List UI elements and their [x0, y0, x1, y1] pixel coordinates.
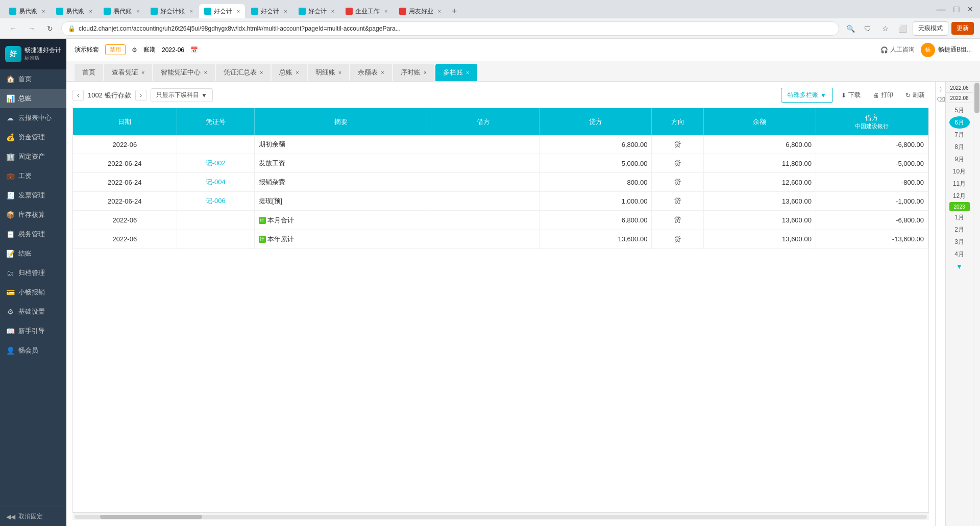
tab-close-3[interactable]: ×: [136, 8, 139, 14]
tab-7[interactable]: 好会计 ×: [293, 4, 339, 18]
tab-close-6[interactable]: ×: [284, 8, 287, 14]
month-item-5[interactable]: 5月: [949, 104, 970, 116]
voucher-link-2[interactable]: 记-004: [206, 178, 226, 186]
forward-button[interactable]: →: [24, 21, 39, 36]
new-tab-button[interactable]: +: [447, 4, 461, 18]
page-tab-close-journal[interactable]: ×: [424, 69, 427, 76]
tab-close-5[interactable]: ×: [237, 8, 240, 14]
month-item-7[interactable]: 7月: [949, 129, 970, 141]
h-scrollbar[interactable]: [72, 513, 929, 520]
download-button[interactable]: ⬇ 下载: [837, 88, 865, 102]
account-selector[interactable]: 1002 银行存款: [88, 91, 131, 100]
shield-icon[interactable]: 🛡: [861, 21, 875, 36]
page-tab-smart-voucher[interactable]: 智能凭证中心 ×: [153, 64, 214, 81]
page-tab-close-balance[interactable]: ×: [381, 69, 384, 76]
month-item-2023-4[interactable]: 4月: [949, 248, 970, 260]
sidebar-item-assets[interactable]: 🏢 固定资产: [0, 147, 66, 166]
close-button[interactable]: ×: [964, 4, 976, 15]
sidebar-item-settings[interactable]: ⚙ 基础设置: [0, 302, 66, 321]
minimize-button[interactable]: —: [934, 4, 949, 15]
tab-2[interactable]: 易代账 ×: [51, 4, 97, 18]
prev-account-button[interactable]: ‹: [72, 90, 84, 101]
update-button[interactable]: 更新: [951, 22, 974, 35]
tab-6[interactable]: 好会计 ×: [246, 4, 292, 18]
month-item-9[interactable]: 9月: [949, 153, 970, 165]
sidebar-item-member[interactable]: 👤 畅会员: [0, 341, 66, 360]
print-button[interactable]: 🖨 打印: [869, 88, 897, 102]
page-tab-multi-col[interactable]: 多栏账 ×: [435, 64, 477, 81]
sidebar-item-salary[interactable]: 💼 工资: [0, 166, 66, 186]
page-tab-voucher[interactable]: 查看凭证 ×: [104, 64, 152, 81]
page-tab-close-voucher-summary[interactable]: ×: [260, 69, 263, 76]
voucher-link-3[interactable]: 记-006: [206, 197, 226, 205]
month-item-12[interactable]: 12月: [949, 190, 970, 202]
star-icon[interactable]: ☆: [878, 21, 892, 36]
tab-close-2[interactable]: ×: [89, 8, 92, 14]
back-button[interactable]: ←: [6, 21, 20, 36]
sidebar-item-capital[interactable]: 💰 资金管理: [0, 128, 66, 147]
month-item-8[interactable]: 8月: [949, 141, 970, 153]
settings-gear-icon[interactable]: ⚙: [132, 46, 137, 54]
consult-button[interactable]: 🎧 人工咨询: [880, 45, 915, 54]
maximize-button[interactable]: □: [951, 4, 963, 15]
no-trace-button[interactable]: 无痕模式: [913, 21, 948, 36]
next-account-button[interactable]: ›: [135, 90, 146, 101]
sidebar-item-guide[interactable]: 📖 新手引导: [0, 321, 66, 341]
sidebar-item-home[interactable]: 🏠 首页: [0, 69, 66, 89]
sidebar-toggle[interactable]: ⬜: [895, 21, 910, 36]
cell-voucher-1[interactable]: 记-002: [177, 154, 254, 173]
expand-panel-button[interactable]: ⌫: [937, 96, 944, 103]
tab-close-4[interactable]: ×: [189, 8, 192, 14]
filter-button[interactable]: 只显示下级科目 ▼: [151, 88, 213, 102]
sidebar-item-settlement[interactable]: 📝 结账: [0, 244, 66, 263]
month-item-2023-2[interactable]: 2月: [949, 223, 970, 236]
special-multi-col-button[interactable]: 特殊多栏账 ▼: [781, 88, 833, 103]
url-bar[interactable]: 🔒 cloud2.chanjet.com/accounting/uh26t264…: [61, 21, 839, 36]
sidebar-item-tax[interactable]: 📋 税务管理: [0, 224, 66, 244]
tab-1[interactable]: 易代账 ×: [4, 4, 50, 18]
scroll-down-icon[interactable]: ▼: [956, 262, 963, 270]
sidebar-item-cloud[interactable]: ☁ 云报表中心: [0, 108, 66, 128]
sidebar-item-ledger[interactable]: 📊 总账: [0, 89, 66, 108]
tab-3[interactable]: 易代账 ×: [99, 4, 144, 18]
sidebar-item-expense[interactable]: 💳 小畅报销: [0, 283, 66, 302]
page-tab-home[interactable]: 首页: [75, 64, 103, 81]
page-tab-balance[interactable]: 余额表 ×: [350, 64, 391, 81]
month-item-2023-3[interactable]: 3月: [949, 236, 970, 248]
month-item-6[interactable]: 6月: [949, 116, 970, 129]
collapse-panel-button[interactable]: 〉: [937, 86, 944, 92]
tab-close-8[interactable]: ×: [384, 8, 387, 14]
refresh-nav-button[interactable]: ↻: [43, 21, 57, 36]
page-tab-close-detail-ledger[interactable]: ×: [338, 69, 341, 76]
voucher-link-1[interactable]: 记-002: [206, 159, 226, 167]
month-item-2023-1[interactable]: 1月: [949, 211, 970, 223]
tab-9[interactable]: 用友好业 ×: [394, 4, 446, 18]
sidebar-unpin-button[interactable]: ◀◀ 取消固定: [0, 507, 66, 526]
tab-close-7[interactable]: ×: [331, 8, 334, 14]
page-tab-journal[interactable]: 序时账 ×: [393, 64, 434, 81]
tab-5[interactable]: 好会计 ×: [199, 4, 245, 18]
search-icon[interactable]: 🔍: [843, 21, 857, 36]
page-tab-close-voucher[interactable]: ×: [141, 69, 144, 76]
page-tab-detail-ledger[interactable]: 明细账 ×: [308, 64, 349, 81]
v-scrollbar[interactable]: [973, 82, 980, 526]
h-scrollbar-thumb[interactable]: [100, 515, 202, 519]
month-item-11[interactable]: 11月: [949, 178, 970, 190]
cell-voucher-3[interactable]: 记-006: [177, 192, 254, 211]
page-tab-voucher-summary[interactable]: 凭证汇总表 ×: [216, 64, 271, 81]
cell-voucher-2[interactable]: 记-004: [177, 173, 254, 192]
tab-close-1[interactable]: ×: [42, 8, 45, 14]
page-tab-close-smart-voucher[interactable]: ×: [204, 69, 207, 76]
v-scrollbar-thumb[interactable]: [974, 83, 979, 113]
sidebar-item-inventory[interactable]: 📦 库存核算: [0, 205, 66, 224]
tab-4[interactable]: 好会计账 ×: [145, 4, 198, 18]
sidebar-item-invoice[interactable]: 🧾 发票管理: [0, 186, 66, 205]
period-icon[interactable]: 📅: [190, 46, 198, 54]
tab-8[interactable]: 企业工作 ×: [340, 4, 393, 18]
page-tab-close-general-ledger[interactable]: ×: [296, 69, 299, 76]
refresh-button[interactable]: ↻ 刷新: [901, 88, 929, 102]
tab-close-9[interactable]: ×: [438, 8, 441, 14]
page-tab-close-multi-col[interactable]: ×: [466, 69, 469, 76]
month-item-10[interactable]: 10月: [949, 165, 970, 178]
sidebar-item-archive[interactable]: 🗂 归档管理: [0, 263, 66, 283]
